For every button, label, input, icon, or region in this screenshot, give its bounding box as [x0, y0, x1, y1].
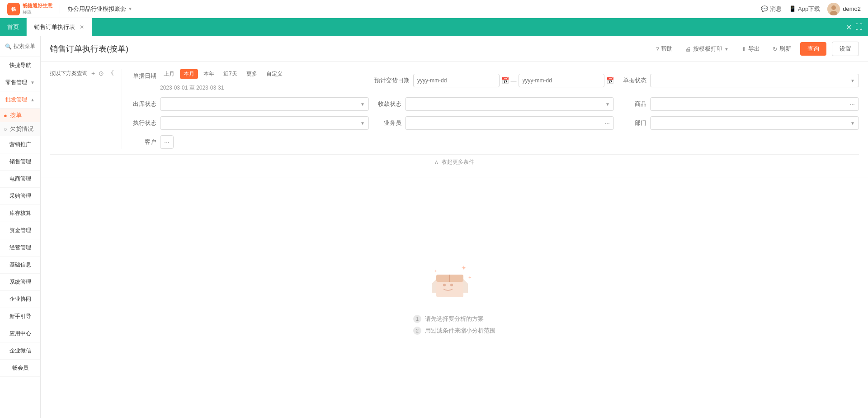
sidebar-item-operation[interactable]: 经营管理	[0, 239, 40, 256]
sidebar-item-retail[interactable]: 零售管理 ▼	[0, 74, 40, 91]
sidebar-item-wecom[interactable]: 企业微信	[0, 342, 40, 360]
exec-status-select[interactable]: ▼	[160, 116, 369, 130]
svg-text:✦: ✦	[434, 269, 437, 273]
sidebar-item-system[interactable]: 系统管理	[0, 274, 40, 291]
svg-text:✦: ✦	[468, 275, 472, 280]
sidebar-item-basic[interactable]: 基础信息	[0, 256, 40, 274]
filter-panel: 按以下方案查询 + ⊙ 《 单据日期	[41, 62, 868, 177]
add-scheme-btn[interactable]: +	[91, 70, 95, 77]
header-right: 💬 消息 📱 App下载 demo2	[761, 3, 861, 15]
top-header: 畅 畅捷通好生意 标版 办公用品行业模拟账套 ▼ 💬 消息 📱 App下载 de…	[0, 0, 868, 18]
sidebar-item-member[interactable]: 畅会员	[0, 360, 40, 377]
exec-status-field: 执行状态 ▼	[129, 116, 369, 130]
date-tab-more[interactable]: 更多	[243, 69, 261, 79]
date-field-top: 单据日期 上月 本月 本年 近7天 更多 自定义	[129, 69, 369, 82]
main-layout: 🔍 搜索菜单 快捷导航 零售管理 ▼ 批发管理 ▲ ● 按单 ○ 欠货情况	[0, 36, 868, 418]
tab-close-icon[interactable]: ✕	[80, 24, 84, 30]
app-download-btn[interactable]: 📱 App下载	[789, 5, 820, 13]
doc-status-select[interactable]: ▼	[650, 74, 859, 87]
empty-tip-2: 2 用过滤条件来缩小分析范围	[413, 327, 495, 335]
tab-home[interactable]: 首页	[0, 18, 27, 36]
content-area: 销售订单执行表(按单) ? 帮助 🖨 按模板打印 ▼ ⬆ 导出 ↻ 刷新	[41, 36, 868, 418]
receipt-status-field: 收款状态 ▼	[374, 97, 614, 111]
sidebar-search-btn[interactable]: 🔍 搜索菜单	[4, 40, 37, 53]
sidebar-item-newbie[interactable]: 新手引导	[0, 308, 40, 325]
export-icon: ⬆	[741, 46, 746, 52]
department-field: 部门 ▼	[619, 116, 859, 130]
sidebar-item-inventory[interactable]: 库存核算	[0, 205, 40, 222]
sidebar-item-sales[interactable]: 销售管理	[0, 153, 40, 171]
customer-field: 客户 ···	[129, 135, 174, 149]
empty-state: ✦ ✦ ✦ 1 请先选择要分析的方案 2 用过滤条件来缩小分析范围	[41, 177, 868, 418]
sidebar-item-ecommerce[interactable]: 电商管理	[0, 171, 40, 188]
svg-point-13	[443, 284, 446, 286]
tab-close-all-btn[interactable]: ✕	[846, 23, 852, 32]
refresh-btn[interactable]: ↻ 刷新	[769, 43, 795, 55]
expected-date-end[interactable]	[519, 74, 605, 87]
svg-marker-9	[463, 279, 468, 293]
header-left: 畅 畅捷通好生意 标版 办公用品行业模拟账套 ▼	[7, 2, 132, 15]
date-tab-this-month[interactable]: 本月	[180, 69, 198, 79]
search-icon: 🔍	[5, 43, 12, 50]
tab-sales-order[interactable]: 销售订单执行表 ✕	[27, 18, 92, 36]
date-tab-this-year[interactable]: 本年	[200, 69, 218, 79]
collapse-scheme-btn[interactable]: 《	[108, 69, 114, 77]
department-select[interactable]: ▼	[650, 116, 859, 130]
out-status-field: 出库状态 ▼	[129, 97, 369, 111]
message-icon: 💬	[761, 5, 768, 12]
expected-date-start[interactable]	[413, 74, 500, 87]
date-tab-last-month[interactable]: 上月	[160, 69, 178, 79]
expected-date-field: 预计交货日期 📅 — 📅	[374, 69, 614, 92]
customer-more-icon[interactable]: ···	[164, 138, 170, 146]
sidebar-item-wholesale[interactable]: 批发管理 ▲	[0, 91, 40, 109]
goods-select[interactable]: ···	[650, 97, 859, 111]
help-btn[interactable]: ? 帮助	[652, 43, 676, 55]
out-status-select[interactable]: ▼	[160, 97, 369, 111]
settings-btn[interactable]: 设置	[832, 42, 859, 56]
logo-area[interactable]: 畅 畅捷通好生意 标版	[7, 2, 52, 15]
page-actions: ? 帮助 🖨 按模板打印 ▼ ⬆ 导出 ↻ 刷新 查询 设置	[652, 42, 859, 56]
sub-item-按单[interactable]: ● 按单	[0, 109, 40, 122]
sub-item-欠货情况[interactable]: ○ 欠货情况	[0, 122, 40, 136]
empty-illustration: ✦ ✦ ✦	[427, 261, 481, 308]
help-icon: ?	[656, 46, 659, 52]
tab-bar: 首页 销售订单执行表 ✕ ✕ ⛶	[0, 18, 868, 36]
print-chevron-icon: ▼	[724, 47, 729, 52]
active-dot-icon: ●	[4, 112, 7, 119]
sidebar-item-marketing[interactable]: 营销推广	[0, 136, 40, 153]
user-area[interactable]: demo2	[827, 3, 861, 15]
print-icon: 🖨	[685, 46, 691, 52]
collapse-bar[interactable]: ∧ 收起更多条件	[50, 154, 859, 170]
sidebar-item-finance[interactable]: 资金管理	[0, 222, 40, 239]
doc-status-chevron-icon: ▼	[850, 78, 855, 83]
wholesale-sub-section: ● 按单 ○ 欠货情况	[0, 109, 40, 136]
logo-icon: 畅	[7, 3, 20, 15]
sidebar-item-app-center[interactable]: 应用中心	[0, 325, 40, 342]
app-selector[interactable]: 办公用品行业模拟账套 ▼	[67, 5, 132, 13]
sidebar-item-enterprise[interactable]: 企业协同	[0, 291, 40, 308]
sidebar-item-shortcuts[interactable]: 快捷导航	[0, 57, 40, 74]
salesman-select[interactable]: ···	[405, 116, 614, 130]
message-btn[interactable]: 💬 消息	[761, 5, 782, 13]
svg-point-14	[450, 284, 453, 286]
goods-field: 商品 ···	[619, 97, 859, 111]
customer-select[interactable]: ···	[160, 135, 174, 149]
sidebar-item-purchase[interactable]: 采购管理	[0, 188, 40, 205]
export-btn[interactable]: ⬆ 导出	[738, 43, 764, 55]
chevron-up-icon: ▲	[30, 97, 35, 102]
cal-icon-end: 📅	[606, 77, 614, 84]
salesman-more-icon[interactable]: ···	[604, 119, 610, 127]
edit-scheme-btn[interactable]: ⊙	[99, 70, 104, 77]
date-field: 单据日期 上月 本月 本年 近7天 更多 自定义	[129, 69, 369, 92]
print-btn[interactable]: 🖨 按模板打印 ▼	[682, 43, 732, 55]
receipt-status-select[interactable]: ▼	[405, 97, 614, 111]
filter-scheme-header: 按以下方案查询 + ⊙ 《	[50, 69, 114, 77]
query-btn[interactable]: 查询	[800, 42, 826, 56]
goods-more-icon[interactable]: ···	[849, 100, 855, 108]
filter-main: 单据日期 上月 本月 本年 近7天 更多 自定义	[129, 69, 859, 149]
inactive-dot-icon: ○	[4, 126, 7, 133]
date-tab-custom[interactable]: 自定义	[263, 69, 286, 79]
tab-expand-btn[interactable]: ⛶	[855, 23, 863, 31]
date-tab-7days[interactable]: 近7天	[220, 69, 241, 79]
filter-row-4: 客户 ···	[129, 135, 859, 149]
